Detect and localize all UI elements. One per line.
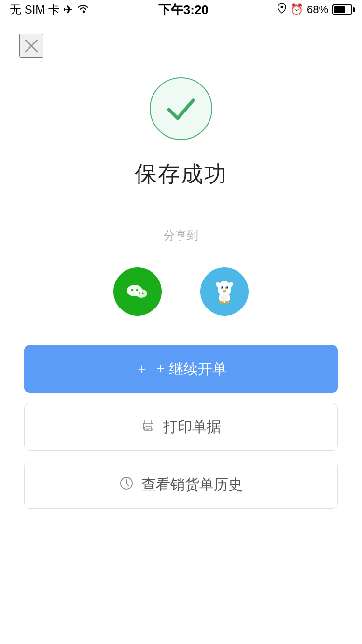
- share-section: 分享到: [0, 209, 362, 335]
- svg-point-8: [142, 292, 143, 294]
- svg-point-18: [225, 301, 230, 304]
- success-section: 保存成功: [0, 68, 362, 209]
- share-divider-right: [208, 236, 333, 236]
- close-button[interactable]: [19, 34, 43, 58]
- svg-point-5: [131, 289, 133, 291]
- continue-order-button[interactable]: ＋ + 继续开单: [24, 345, 338, 393]
- battery-icon: [332, 3, 352, 16]
- print-label: 打印单据: [163, 417, 221, 437]
- status-right: ⏰ 68%: [278, 3, 352, 16]
- svg-point-12: [222, 287, 223, 288]
- print-button[interactable]: 打印单据: [24, 403, 338, 451]
- svg-rect-23: [145, 427, 152, 431]
- history-button[interactable]: 查看销货单历史: [24, 461, 338, 509]
- history-icon: [119, 476, 134, 494]
- checkmark-icon: [164, 92, 198, 126]
- battery-text: 68%: [307, 3, 328, 16]
- printer-icon: [141, 419, 155, 435]
- wifi-icon: [77, 3, 89, 16]
- svg-point-0: [280, 6, 283, 8]
- location-icon: [278, 3, 286, 16]
- sim-text: 无 SIM 卡 ✈: [10, 2, 73, 17]
- svg-point-13: [227, 287, 228, 288]
- status-time: 下午3:20: [158, 1, 209, 18]
- qq-share-button[interactable]: [200, 267, 249, 316]
- history-label: 查看销货单历史: [141, 475, 243, 495]
- wechat-share-button[interactable]: [113, 267, 162, 316]
- share-divider-left: [29, 236, 154, 236]
- success-circle: [150, 77, 212, 140]
- share-label: 分享到: [164, 228, 198, 243]
- svg-rect-22: [145, 420, 152, 424]
- continue-order-label: + 继续开单: [156, 359, 227, 379]
- actions-section: ＋ + 继续开单 打印单据 查看销货单历史: [0, 335, 362, 518]
- share-divider-row: 分享到: [29, 228, 333, 243]
- status-left: 无 SIM 卡 ✈: [10, 2, 89, 17]
- alarm-icon: ⏰: [290, 3, 303, 16]
- status-bar: 无 SIM 卡 ✈ 下午3:20 ⏰ 68%: [0, 0, 362, 19]
- close-area: [0, 19, 362, 68]
- svg-point-6: [136, 289, 138, 291]
- success-title: 保存成功: [135, 159, 227, 189]
- svg-point-17: [219, 301, 224, 304]
- close-icon: [24, 38, 39, 54]
- plus-icon: ＋: [135, 360, 149, 378]
- wechat-icon: [124, 278, 151, 305]
- svg-point-14: [223, 290, 226, 293]
- qq-icon: [211, 278, 238, 305]
- svg-point-16: [221, 295, 228, 302]
- share-icons-row: [29, 267, 333, 316]
- svg-point-7: [139, 292, 140, 294]
